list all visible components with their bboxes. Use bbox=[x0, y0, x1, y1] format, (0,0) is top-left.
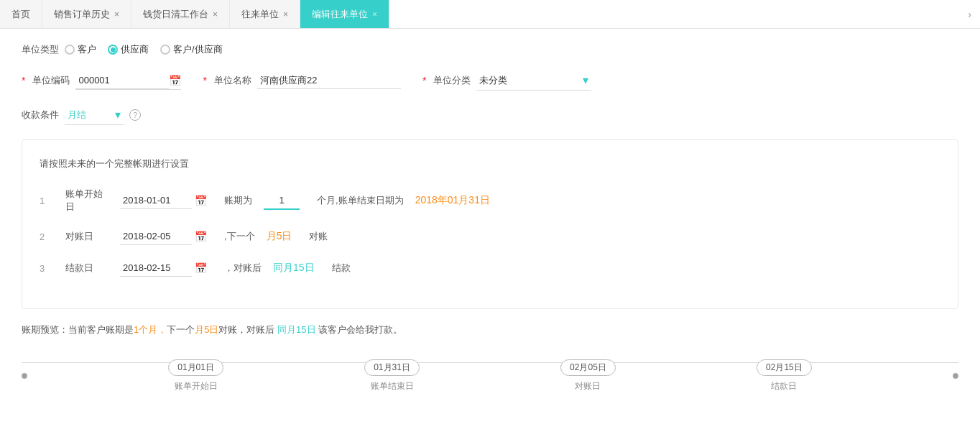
category-label: 单位分类 bbox=[433, 74, 471, 87]
timeline-badge-2: 01月31日 bbox=[364, 359, 420, 376]
suffix-pre-2: ,下一个 bbox=[224, 230, 255, 243]
tab-cash-work-label: 钱货日清工作台 bbox=[143, 8, 208, 21]
timeline-end-dot bbox=[953, 373, 958, 379]
timeline-container: 01月01日 账单开始日 01月31日 账单结束日 02月05日 对账日 02月… bbox=[22, 354, 958, 392]
timeline-point-3: 02月05日 对账日 bbox=[560, 359, 616, 392]
code-group: * 单位编码 📅 bbox=[22, 72, 181, 90]
payment-select[interactable]: 月结 ▾ bbox=[65, 105, 124, 125]
suffix-pre-3: ，对账后 bbox=[224, 262, 262, 275]
name-star: * bbox=[203, 75, 206, 86]
tab-edit-partner-close[interactable]: × bbox=[372, 9, 377, 19]
name-group: * 单位名称 bbox=[203, 72, 400, 89]
preview-part2-highlight: 月5日 bbox=[195, 324, 218, 335]
tab-home-label: 首页 bbox=[11, 8, 30, 21]
unit-type-group: 单位类型 客户 供应商 客户/供应商 bbox=[22, 43, 223, 56]
preview-prefix: 账期预览：当前客户账期是 bbox=[22, 324, 134, 335]
category-arrow-icon: ▾ bbox=[583, 73, 588, 87]
date-wrap-2: 📅 bbox=[120, 228, 207, 245]
timeline-point-2: 01月31日 账单结束日 bbox=[364, 359, 420, 392]
row-num-3: 3 bbox=[40, 263, 54, 274]
name-input[interactable] bbox=[257, 72, 401, 89]
tab-partner-close[interactable]: × bbox=[283, 9, 288, 19]
unit-type-row: 单位类型 客户 供应商 客户/供应商 bbox=[22, 43, 958, 56]
start-dot bbox=[22, 373, 27, 379]
category-group: * 单位分类 未分类 ▾ bbox=[422, 70, 591, 91]
timeline-label-2: 账单结束日 bbox=[371, 380, 414, 392]
settings-card: 请按照未来的一个完整帐期进行设置 1 账单开始日 📅 账期为 个月,账单结束日期… bbox=[22, 139, 958, 309]
row-label-1: 账单开始日 bbox=[65, 188, 108, 213]
preview-part2-post: 对账，对账后 bbox=[218, 324, 274, 335]
suffix-post-3: 结款 bbox=[332, 262, 351, 275]
date-wrap-1: 📅 bbox=[120, 192, 207, 209]
suffix-highlight-3: 同月15日 bbox=[273, 262, 315, 275]
tab-expand-button[interactable]: › bbox=[959, 0, 980, 28]
timeline-badge-1: 01月01日 bbox=[168, 359, 223, 376]
code-input[interactable] bbox=[75, 72, 169, 89]
radio-supplier[interactable]: 供应商 bbox=[108, 43, 149, 56]
page-content: 单位类型 客户 供应商 客户/供应商 * 单位编码 bbox=[0, 29, 980, 437]
radio-supplier-label: 供应商 bbox=[121, 43, 149, 56]
timeline-point-4: 02月15日 结款日 bbox=[757, 359, 812, 392]
tab-edit-partner-label: 编辑往来单位 bbox=[312, 8, 368, 21]
date-input-1[interactable] bbox=[120, 192, 192, 209]
radio-customer-label: 客户 bbox=[78, 43, 96, 56]
preview-section: 账期预览：当前客户账期是1个月，下一个月5日对账，对账后 同月15日 该客户会给… bbox=[22, 323, 958, 336]
unit-type-label: 单位类型 bbox=[22, 43, 59, 56]
payment-value: 月结 bbox=[68, 109, 111, 121]
setting-row-3: 3 结款日 📅 ，对账后同月15日结款 bbox=[40, 259, 940, 277]
code-input-wrap: 📅 bbox=[75, 72, 181, 90]
date-input-3[interactable] bbox=[120, 259, 192, 277]
cal-icon-2[interactable]: 📅 bbox=[195, 231, 207, 242]
radio-both[interactable]: 客户/供应商 bbox=[160, 43, 223, 56]
tab-partner-label: 往来单位 bbox=[241, 8, 279, 21]
timeline-badge-4: 02月15日 bbox=[757, 359, 812, 376]
payment-label: 收款条件 bbox=[22, 109, 59, 121]
tab-cash-work[interactable]: 钱货日清工作台 × bbox=[131, 0, 230, 28]
period-end-1: 2018年01月31日 bbox=[415, 194, 490, 207]
category-select[interactable]: 未分类 ▾ bbox=[476, 70, 591, 91]
expand-icon: › bbox=[968, 9, 971, 20]
code-name-row: * 单位编码 📅 * 单位名称 * 单位分类 未分类 ▾ bbox=[22, 70, 958, 91]
card-title: 请按照未来的一个完整帐期进行设置 bbox=[40, 157, 940, 170]
row-num-2: 2 bbox=[40, 231, 54, 242]
preview-suffix: 该客户会给我打款。 bbox=[318, 324, 402, 335]
payment-row: 收款条件 月结 ▾ ? bbox=[22, 105, 958, 125]
category-value: 未分类 bbox=[479, 74, 522, 87]
radio-customer-circle bbox=[65, 45, 75, 55]
suffix-highlight-2: 月5日 bbox=[267, 230, 292, 243]
setting-row-1: 1 账单开始日 📅 账期为 个月,账单结束日期为 2018年01月31日 bbox=[40, 188, 940, 213]
cal-icon-1[interactable]: 📅 bbox=[195, 195, 207, 206]
row-label-3: 结款日 bbox=[65, 262, 108, 275]
name-label: 单位名称 bbox=[214, 74, 251, 87]
tab-sales-history[interactable]: 销售订单历史 × bbox=[42, 0, 131, 28]
radio-both-circle bbox=[160, 45, 170, 55]
period-input-1[interactable] bbox=[264, 192, 300, 210]
timeline-label-1: 账单开始日 bbox=[175, 380, 218, 392]
tab-partner[interactable]: 往来单位 × bbox=[230, 0, 300, 28]
tab-home[interactable]: 首页 bbox=[0, 0, 42, 28]
timeline-point-1: 01月01日 账单开始日 bbox=[168, 359, 223, 392]
timeline-label-4: 结款日 bbox=[771, 380, 797, 392]
radio-customer[interactable]: 客户 bbox=[65, 43, 96, 56]
date-wrap-3: 📅 bbox=[120, 259, 207, 277]
preview-part1: 1个月， bbox=[134, 324, 167, 335]
payment-help-icon[interactable]: ? bbox=[129, 109, 141, 121]
tabs-bar: 首页 销售订单历史 × 钱货日清工作台 × 往来单位 × 编辑往来单位 × › bbox=[0, 0, 980, 29]
cal-icon-3[interactable]: 📅 bbox=[195, 262, 207, 274]
preview-part3: 同月15日 bbox=[277, 324, 315, 335]
code-calendar-icon[interactable]: 📅 bbox=[169, 75, 181, 86]
setting-row-2: 2 对账日 📅 ,下一个月5日对账 bbox=[40, 228, 940, 245]
radio-both-label: 客户/供应商 bbox=[173, 43, 223, 56]
period-label-1: 账期为 bbox=[224, 194, 252, 207]
tab-edit-partner[interactable]: 编辑往来单位 × bbox=[300, 0, 389, 28]
date-input-2[interactable] bbox=[120, 228, 192, 245]
cat-star: * bbox=[422, 75, 426, 86]
row-num-1: 1 bbox=[40, 196, 54, 206]
radio-group: 客户 供应商 客户/供应商 bbox=[65, 43, 223, 56]
tab-sales-history-close[interactable]: × bbox=[114, 9, 119, 19]
payment-group: 收款条件 月结 ▾ ? bbox=[22, 105, 141, 125]
end-dot bbox=[953, 373, 958, 379]
radio-supplier-circle bbox=[108, 45, 118, 55]
timeline-badge-3: 02月05日 bbox=[560, 359, 616, 376]
tab-cash-work-close[interactable]: × bbox=[213, 9, 218, 19]
